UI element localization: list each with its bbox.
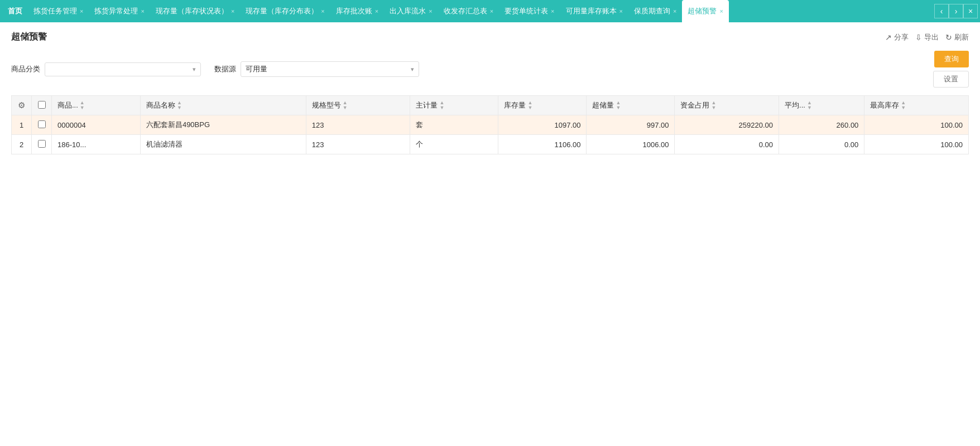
datasource-filter: 数据源 可用量 ▾	[214, 61, 419, 77]
th-gear: ⚙	[12, 96, 32, 115]
sort-icon-avg: ▲▼	[807, 100, 812, 110]
close-icon-1[interactable]: ×	[141, 8, 144, 14]
th-avg[interactable]: 平均... ▲▼	[779, 96, 864, 115]
th-unit[interactable]: 主计量 ▲▼	[410, 96, 498, 115]
filter-right-buttons: 查询 设置	[933, 51, 969, 88]
col-unit-label: 主计量	[416, 100, 438, 110]
category-select-text	[50, 65, 52, 74]
nav-arrows: ‹ › ×	[934, 4, 978, 18]
nav-prev-button[interactable]: ‹	[934, 4, 949, 18]
sort-icon-unit: ▲▼	[439, 100, 444, 110]
close-icon-3[interactable]: ×	[321, 8, 324, 14]
nav-tab-1[interactable]: 拣货异常处理 ×	[89, 0, 150, 22]
nav-tab-6[interactable]: 收发存汇总表 ×	[438, 0, 499, 22]
row-checkbox-0[interactable]	[38, 120, 46, 128]
th-capital[interactable]: 资金占用 ▲▼	[675, 96, 779, 115]
nav-tab-8[interactable]: 可用量库存账本 ×	[560, 0, 628, 22]
sort-icon-capital: ▲▼	[711, 100, 716, 110]
th-stock[interactable]: 库存量 ▲▼	[498, 96, 587, 115]
close-icon-7[interactable]: ×	[551, 8, 554, 14]
th-code[interactable]: 商品... ▲▼	[52, 96, 141, 115]
col-avg-label: 平均...	[785, 100, 805, 110]
export-icon: ⇩	[915, 33, 922, 42]
close-icon-10[interactable]: ×	[719, 8, 723, 14]
row-checkbox-1[interactable]	[38, 140, 46, 148]
nav-tab-7[interactable]: 要货单统计表 ×	[499, 0, 560, 22]
close-icon-6[interactable]: ×	[490, 8, 493, 14]
col-capital-label: 资金占用	[680, 100, 709, 110]
row-checkbox-cell-0	[32, 115, 52, 135]
sort-icon-maxstock: ▲▼	[901, 100, 906, 110]
close-icon-8[interactable]: ×	[619, 8, 623, 14]
nav-tab-4[interactable]: 库存批次账 ×	[330, 0, 384, 22]
nav-tab-label-10: 超储预警	[688, 6, 717, 16]
select-all-checkbox[interactable]	[38, 101, 46, 109]
top-nav: 首页 拣货任务管理 × 拣货异常处理 × 现存量（库存状况表） × 现存量（库存…	[0, 0, 980, 22]
col-maxstock-label: 最高库存	[870, 100, 899, 110]
nav-tab-10[interactable]: 超储预警 ×	[682, 0, 728, 22]
row-name-1: 机油滤清器	[140, 135, 306, 154]
th-spec[interactable]: 规格型号 ▲▼	[306, 96, 410, 115]
row-unit-0: 套	[410, 115, 498, 135]
th-checkbox	[32, 96, 52, 115]
row-spec-1: 123	[306, 135, 410, 154]
nav-close-button[interactable]: ×	[963, 4, 978, 18]
category-filter: 商品分类 ▾	[11, 62, 201, 76]
th-maxstock[interactable]: 最高库存 ▲▼	[864, 96, 969, 115]
nav-tab-3[interactable]: 现存量（库存分布表） ×	[240, 0, 330, 22]
row-stock-0: 1097.00	[498, 115, 587, 135]
row-overflow-1: 1006.00	[587, 135, 675, 154]
header-actions: ↗ 分享 ⇩ 导出 ↻ 刷新	[885, 32, 969, 42]
nav-tab-label-2: 现存量（库存状况表）	[156, 6, 228, 16]
nav-home[interactable]: 首页	[2, 0, 28, 22]
close-icon-0[interactable]: ×	[80, 8, 83, 14]
nav-tab-5[interactable]: 出入库流水 ×	[384, 0, 438, 22]
refresh-label: 刷新	[954, 32, 969, 42]
datasource-select[interactable]: 可用量 ▾	[241, 61, 419, 77]
nav-tab-label-0: 拣货任务管理	[33, 6, 77, 16]
gear-icon[interactable]: ⚙	[18, 100, 25, 110]
nav-tab-label-3: 现存量（库存分布表）	[246, 6, 318, 16]
close-icon-9[interactable]: ×	[673, 8, 676, 14]
sort-icon-overflow: ▲▼	[616, 100, 621, 110]
close-icon-2[interactable]: ×	[231, 8, 234, 14]
row-maxstock-1: 100.00	[864, 135, 969, 154]
nav-next-button[interactable]: ›	[949, 4, 963, 18]
sort-icon-name: ▲▼	[177, 100, 182, 110]
export-label: 导出	[924, 32, 939, 42]
nav-home-label: 首页	[8, 6, 22, 16]
th-overflow[interactable]: 超储量 ▲▼	[587, 96, 675, 115]
page-header: 超储预警 ↗ 分享 ⇩ 导出 ↻ 刷新	[11, 31, 969, 43]
row-avg-0: 260.00	[779, 115, 864, 135]
datasource-chevron-icon: ▾	[411, 66, 414, 73]
nav-tab-label-6: 收发存汇总表	[444, 6, 487, 16]
nav-tab-0[interactable]: 拣货任务管理 ×	[28, 0, 89, 22]
sort-icon-spec: ▲▼	[343, 100, 348, 110]
th-name[interactable]: 商品名称 ▲▼	[140, 96, 306, 115]
col-name-label: 商品名称	[146, 100, 175, 110]
query-button[interactable]: 查询	[934, 51, 969, 67]
row-code-0: 0000004	[52, 115, 141, 135]
close-icon-5[interactable]: ×	[429, 8, 432, 14]
nav-tab-2[interactable]: 现存量（库存状况表） ×	[150, 0, 240, 22]
col-spec-label: 规格型号	[312, 100, 341, 110]
nav-tab-9[interactable]: 保质期查询 ×	[628, 0, 682, 22]
nav-tab-label-4: 库存批次账	[336, 6, 372, 16]
close-icon-4[interactable]: ×	[375, 8, 378, 14]
row-avg-1: 0.00	[779, 135, 864, 154]
category-label: 商品分类	[11, 64, 40, 74]
export-button[interactable]: ⇩ 导出	[915, 32, 939, 42]
col-stock-label: 库存量	[504, 100, 526, 110]
row-name-0: 六配套新昌490BPG	[140, 115, 306, 135]
share-button[interactable]: ↗ 分享	[885, 32, 909, 42]
share-label: 分享	[894, 32, 909, 42]
row-spec-0: 123	[306, 115, 410, 135]
refresh-button[interactable]: ↻ 刷新	[945, 32, 969, 42]
row-num-1: 2	[12, 135, 32, 154]
row-checkbox-cell-1	[32, 135, 52, 154]
row-capital-0: 259220.00	[675, 115, 779, 135]
row-stock-1: 1106.00	[498, 135, 587, 154]
category-select[interactable]: ▾	[45, 62, 201, 76]
settings-button[interactable]: 设置	[933, 71, 969, 88]
table-row: 1 0000004 六配套新昌490BPG 123 套 1097.00 997.…	[12, 115, 969, 135]
